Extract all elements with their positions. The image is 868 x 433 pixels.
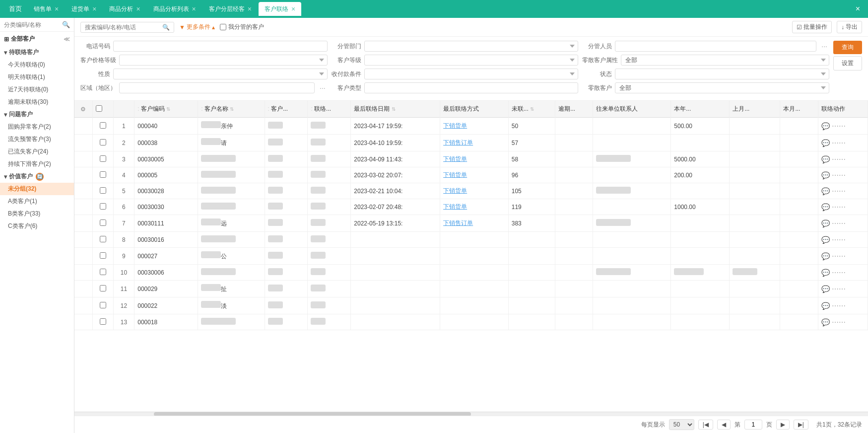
reset-button[interactable]: 设置 [833, 56, 862, 71]
close-product-analysis-icon[interactable]: × [136, 5, 140, 13]
row-gear[interactable] [74, 199, 92, 215]
price-level-select[interactable] [119, 55, 328, 66]
my-customers-checkbox[interactable]: 我分管的客户 [220, 23, 264, 31]
collapse-icon[interactable]: ≪ [64, 36, 70, 43]
home-tab[interactable]: 首页 [4, 4, 27, 13]
row-gear[interactable] [74, 135, 92, 151]
person-input[interactable] [615, 41, 816, 52]
contact-phone-icon[interactable]: 💬 [821, 236, 830, 244]
dept-select[interactable] [364, 41, 579, 52]
row-checkbox[interactable] [92, 232, 113, 248]
tab-sales-order[interactable]: 销售单 × [28, 2, 65, 16]
more-action-icon[interactable]: ⋯⋯ [832, 302, 846, 310]
contact-phone-icon[interactable]: 💬 [821, 219, 830, 227]
row-checkbox[interactable] [92, 265, 113, 281]
more-action-icon[interactable]: ⋯⋯ [832, 252, 846, 260]
contact-phone-icon[interactable]: 💬 [821, 187, 830, 195]
sidebar-item-ungrouped[interactable]: 未分组(32) [0, 183, 74, 195]
sidebar-item-today-pending[interactable]: 今天待联络(0) [0, 59, 74, 71]
sidebar-item-7days-pending[interactable]: 近7天待联络(0) [0, 83, 74, 96]
more-action-icon[interactable]: ⋯⋯ [832, 139, 846, 147]
contact-method-link[interactable]: 下销售订单 [443, 139, 473, 146]
sidebar-item-abnormal[interactable]: 固购异常客户(2) [0, 121, 74, 133]
my-customers-check[interactable] [220, 24, 226, 30]
customer-code-column-header[interactable]: : 客户编码 [134, 101, 198, 118]
row-gear[interactable] [74, 167, 92, 183]
row-checkbox[interactable] [92, 281, 113, 297]
contact-phone-icon[interactable]: 💬 [821, 269, 830, 277]
tab-product-analysis-list[interactable]: 商品分析列表 × [147, 2, 202, 16]
row-checkbox[interactable] [92, 297, 113, 314]
retail-customer-select[interactable]: 全部 [615, 82, 829, 93]
contact-phone-icon[interactable]: 💬 [821, 203, 830, 211]
contact-method-link[interactable]: 下销货单 [443, 122, 467, 129]
main-search-icon[interactable]: 🔍 [162, 24, 170, 31]
customer-name-column-header[interactable]: : 客户名称 [198, 101, 265, 118]
more-action-icon[interactable]: ⋯⋯ [832, 219, 846, 227]
row-gear[interactable] [74, 215, 92, 232]
row-checkbox[interactable] [92, 151, 113, 167]
more-action-icon[interactable]: ⋯⋯ [832, 122, 846, 130]
uncontacted-column-header[interactable]: 未联... [508, 101, 555, 118]
last-contact-date-column-header[interactable]: 最后联络日期 [351, 101, 440, 118]
close-customer-segment-icon[interactable]: × [248, 5, 252, 13]
row-checkbox[interactable] [92, 167, 113, 183]
row-gear[interactable] [74, 314, 92, 330]
prev-page-btn[interactable]: ◀ [717, 420, 731, 430]
phone-input[interactable] [113, 41, 328, 52]
tab-product-analysis[interactable]: 商品分析 × [103, 2, 146, 16]
next-page-btn[interactable]: ▶ [776, 420, 790, 430]
customer-level-select[interactable] [364, 55, 579, 66]
close-customer-contact-icon[interactable]: × [291, 5, 295, 13]
region-input[interactable] [119, 82, 315, 93]
close-purchase-order-icon[interactable]: × [92, 5, 96, 13]
more-action-icon[interactable]: ⋯⋯ [832, 187, 846, 195]
more-action-icon[interactable]: ⋯⋯ [832, 236, 846, 244]
select-all-checkbox[interactable] [96, 105, 102, 112]
contact-phone-icon[interactable]: 💬 [821, 155, 830, 163]
sidebar-item-tomorrow-pending[interactable]: 明天待联络(1) [0, 71, 74, 83]
row-gear[interactable] [74, 118, 92, 135]
main-search-box[interactable]: 🔍 [80, 22, 174, 33]
sidebar-search-box[interactable]: 🔍 [0, 18, 74, 32]
contact-phone-icon[interactable]: 💬 [821, 252, 830, 260]
last-page-btn[interactable]: ▶| [794, 420, 808, 430]
export-btn[interactable]: ↓ 导出 [837, 21, 862, 33]
contact-method-link[interactable]: 下销售订单 [443, 219, 473, 226]
sidebar-item-declining[interactable]: 持续下滑客户(2) [0, 158, 74, 170]
first-page-btn[interactable]: |◀ [698, 420, 713, 430]
contact-method-link[interactable]: 下销货单 [443, 155, 467, 162]
sidebar-item-churned[interactable]: 已流失客户(24) [0, 145, 74, 158]
tab-customer-segment[interactable]: 客户分层经客 × [203, 2, 258, 16]
window-close-icon[interactable]: × [852, 4, 864, 13]
row-gear[interactable] [74, 183, 92, 199]
sidebar-item-churn-warning[interactable]: 流失预警客户(3) [0, 133, 74, 145]
sidebar-item-class-b[interactable]: B类客户(33) [0, 208, 74, 220]
contact-method-link[interactable]: 下销货单 [443, 203, 467, 210]
per-page-select[interactable]: 50 100 200 [669, 419, 694, 430]
gender-select[interactable] [113, 69, 328, 79]
row-checkbox[interactable] [92, 248, 113, 265]
more-action-icon[interactable]: ⋯⋯ [832, 203, 846, 211]
batch-operation-btn[interactable]: ☑ 批量操作 [792, 21, 832, 33]
payment-select[interactable] [364, 69, 579, 79]
row-gear[interactable] [74, 281, 92, 297]
contact-phone-icon[interactable]: 💬 [821, 122, 830, 130]
contact-phone-icon[interactable]: 💬 [821, 285, 830, 293]
row-checkbox[interactable] [92, 183, 113, 199]
contact-method-link[interactable]: 下销货单 [443, 187, 467, 194]
row-checkbox[interactable] [92, 118, 113, 135]
contact-method-link[interactable]: 下销货单 [443, 171, 467, 178]
main-search-input[interactable] [85, 24, 159, 31]
row-gear[interactable] [74, 232, 92, 248]
row-checkbox[interactable] [92, 199, 113, 215]
horizontal-scrollbar[interactable] [74, 412, 868, 416]
query-button[interactable]: 查询 [833, 41, 862, 54]
more-action-icon[interactable]: ⋯⋯ [832, 171, 846, 179]
page-number-input[interactable] [744, 420, 762, 430]
region-more-icon[interactable]: ··· [318, 84, 328, 92]
more-action-icon[interactable]: ⋯⋯ [832, 155, 846, 163]
status-select[interactable] [615, 69, 829, 79]
more-action-icon[interactable]: ⋯⋯ [832, 269, 846, 277]
contact-phone-icon[interactable]: 💬 [821, 171, 830, 179]
